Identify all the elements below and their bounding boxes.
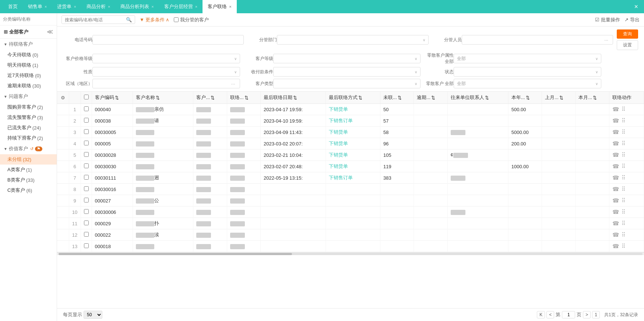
region-input[interactable]: ··· — [92, 79, 240, 88]
col-last-month[interactable]: 上月...⇅ — [542, 92, 576, 104]
global-close-button[interactable]: × — [631, 3, 641, 11]
contact-icon[interactable]: ☎ — [612, 243, 619, 250]
sidebar-item-today-pending[interactable]: 今天待联络(0) — [0, 50, 57, 60]
col-this-month[interactable]: 本月...⇅ — [576, 92, 609, 104]
contact-icon[interactable]: ☎ — [612, 163, 619, 170]
row-last-method[interactable]: 下销售订单 — [326, 115, 380, 127]
col-settings[interactable]: ⚙ — [57, 92, 69, 104]
status-select[interactable]: ∨ — [454, 67, 601, 77]
contact-icon[interactable]: ☎ — [612, 117, 619, 124]
row-checkbox-cell[interactable] — [81, 115, 92, 127]
more-action-icon[interactable]: ⠿ — [622, 232, 626, 238]
phone-input[interactable] — [92, 35, 244, 45]
retail-customer-select[interactable]: 全部 ∨ — [454, 79, 601, 88]
row-checkbox-cell[interactable] — [81, 127, 92, 138]
row-checkbox[interactable] — [84, 129, 89, 134]
more-action-icon[interactable]: ⠿ — [622, 197, 626, 204]
sidebar-section-pending[interactable]: ▼ 待联络客户 — [0, 39, 57, 50]
nav-customer-contact[interactable]: 客户联络 × — [203, 0, 236, 13]
row-last-method[interactable]: 下销货单 — [326, 127, 380, 138]
col-checkbox[interactable] — [81, 92, 92, 104]
next-page-button[interactable]: > — [583, 311, 591, 318]
contact-icon[interactable]: ☎ — [612, 220, 619, 227]
price-level-select[interactable]: ∨ — [92, 54, 240, 63]
more-filter-button[interactable]: ▼ 更多条件 ∧ — [140, 17, 169, 23]
manager-input[interactable]: ··· — [462, 35, 613, 45]
more-action-icon[interactable]: ⠿ — [622, 209, 626, 215]
close-sales-icon[interactable]: × — [45, 4, 47, 9]
more-action-icon[interactable]: ⠿ — [622, 140, 626, 147]
sidebar-item-class-c[interactable]: C类客户(6) — [0, 185, 57, 195]
row-checkbox-cell[interactable] — [81, 207, 92, 218]
nav-home[interactable]: 首页 — [3, 0, 23, 13]
row-checkbox[interactable] — [84, 221, 89, 225]
row-checkbox[interactable] — [84, 198, 89, 202]
row-checkbox-cell[interactable] — [81, 149, 92, 161]
bulk-operations-button[interactable]: ☑ 批量操作 — [595, 17, 620, 23]
more-action-icon[interactable]: ⠿ — [622, 174, 626, 181]
retail-attr-select[interactable]: 全部 ∨ — [454, 54, 601, 63]
contact-icon[interactable]: ☎ — [612, 197, 619, 204]
row-checkbox-cell[interactable] — [81, 104, 92, 115]
close-product-list-icon[interactable]: × — [151, 4, 154, 9]
last-method-link[interactable]: 下销售订单 — [329, 118, 353, 123]
sidebar-item-hoarding-anomaly[interactable]: 囤购异常客户(2) — [0, 102, 57, 112]
prev-page-button[interactable]: < — [546, 311, 554, 318]
sidebar-item-churn-warning[interactable]: 流失预警客户(3) — [0, 112, 57, 123]
row-checkbox-cell[interactable] — [81, 229, 92, 241]
contact-icon[interactable]: ☎ — [612, 129, 619, 135]
sidebar-item-churned[interactable]: 已流失客户(24) — [0, 123, 57, 133]
contact-icon[interactable]: ☎ — [612, 174, 619, 181]
col-overdue[interactable]: 逾期...⇅ — [414, 92, 447, 104]
last-method-link[interactable]: 下销货单 — [329, 152, 348, 158]
row-checkbox[interactable] — [84, 209, 89, 214]
customer-level-select[interactable]: ∨ — [273, 54, 421, 63]
last-method-link[interactable]: 下销货单 — [329, 129, 348, 135]
row-checkbox[interactable] — [84, 141, 89, 145]
row-checkbox-cell[interactable] — [81, 195, 92, 207]
sidebar-item-declining[interactable]: 持续下滑客户(2) — [0, 133, 57, 143]
contact-icon[interactable]: ☎ — [612, 106, 619, 113]
sidebar-search-input[interactable] — [3, 17, 57, 22]
row-last-method[interactable]: 下销货单 — [326, 149, 380, 161]
select-all-checkbox[interactable] — [84, 95, 89, 99]
row-last-method[interactable]: 下销货单 — [326, 138, 380, 149]
row-checkbox[interactable] — [84, 232, 89, 237]
more-action-icon[interactable]: ⠿ — [622, 163, 626, 170]
row-checkbox[interactable] — [84, 106, 89, 111]
contact-icon[interactable]: ☎ — [612, 140, 619, 147]
row-checkbox[interactable] — [84, 243, 89, 248]
close-purchase-icon[interactable]: × — [74, 4, 76, 9]
row-checkbox[interactable] — [84, 186, 89, 191]
page-size-dropdown[interactable]: 50 100 200 — [84, 311, 102, 319]
row-checkbox-cell[interactable] — [81, 138, 92, 149]
row-checkbox[interactable] — [84, 118, 89, 123]
phone-text-input[interactable] — [96, 37, 240, 42]
contact-icon[interactable]: ☎ — [612, 186, 619, 193]
contact-icon[interactable]: ☎ — [612, 152, 619, 158]
col-last-method[interactable]: 最后联络方式⇅ — [326, 92, 380, 104]
nav-purchase[interactable]: 进货单 × — [52, 0, 81, 13]
sidebar-collapse-icon[interactable]: ≪ — [47, 28, 53, 35]
my-customer-checkbox[interactable] — [174, 17, 179, 22]
row-checkbox[interactable] — [84, 175, 89, 180]
row-last-method[interactable]: 下销货单 — [326, 161, 380, 172]
col-last-date[interactable]: 最后联络日期⇅ — [260, 92, 326, 104]
sidebar-section-value[interactable]: ▼ 价值客户 ↺ ⚑ — [0, 143, 57, 154]
col-this-year[interactable]: 本年...⇅ — [508, 92, 542, 104]
col-customer-type[interactable]: 客户...⇅ — [193, 92, 227, 104]
row-checkbox-cell[interactable] — [81, 161, 92, 172]
col-unit-contact[interactable]: 往来单位联系人⇅ — [447, 92, 508, 104]
col-customer-name[interactable]: 客户名称⇅ — [133, 92, 193, 104]
sidebar-item-tomorrow-pending[interactable]: 明天待联络(1) — [0, 60, 57, 70]
row-checkbox[interactable] — [84, 163, 89, 168]
row-checkbox-cell[interactable] — [81, 241, 92, 252]
close-customer-tier-icon[interactable]: × — [195, 4, 197, 9]
close-customer-contact-icon[interactable]: × — [229, 4, 231, 9]
region-dotdot[interactable]: ··· — [230, 81, 237, 87]
more-action-icon[interactable]: ⠿ — [622, 152, 626, 158]
close-product-analysis-icon[interactable]: × — [108, 4, 110, 9]
payment-select[interactable]: ∨ — [273, 67, 421, 77]
more-action-icon[interactable]: ⠿ — [622, 117, 626, 124]
first-page-button[interactable]: K — [537, 311, 545, 318]
